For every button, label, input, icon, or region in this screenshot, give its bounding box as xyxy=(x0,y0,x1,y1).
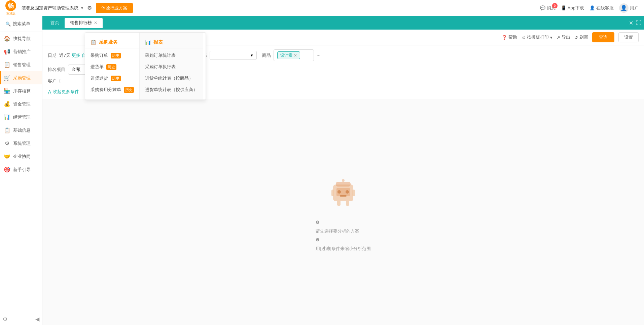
voucher-status-select[interactable]: ▾ xyxy=(210,51,257,60)
message-icon: 💬 xyxy=(540,5,545,10)
system-name: 装餐及固定资产辅助管理系统 xyxy=(22,5,78,11)
purchase-icon: 📋 xyxy=(91,40,96,45)
collapse-label: 收起更多条件 xyxy=(53,89,79,95)
user-btn[interactable]: 👤 用户 xyxy=(619,3,639,13)
gear-icon: ⚙ xyxy=(4,140,10,147)
sidebar-item-enterprise[interactable]: 🤝 企业协同 xyxy=(0,150,42,163)
sidebar-item-label: 基础信息 xyxy=(13,127,31,133)
history-badge: 历史 xyxy=(111,76,121,81)
app-label: App下载 xyxy=(568,5,584,11)
sidebar-item-purchase[interactable]: 🛒 采购管理 xyxy=(0,71,42,84)
online-label: 在线客服 xyxy=(596,5,614,11)
sidebar-item-label: 资金管理 xyxy=(13,101,31,107)
sidebar-item-system[interactable]: ⚙ 系统管理 xyxy=(0,137,42,150)
sidebar-search-btn[interactable]: 🔍 搜索菜单 xyxy=(3,19,39,29)
item-label: 进货单统计表（按供应商） xyxy=(145,87,198,93)
item-label: 采购订单统计表 xyxy=(145,52,176,58)
purchase-col-header: 📋 采购业务 xyxy=(85,37,139,48)
sidebar-item-inventory[interactable]: 🏪 库存核算 xyxy=(0,84,42,97)
dropdown-item-order-exec[interactable]: 采购订单执行表 xyxy=(140,61,203,73)
goods-label: 商品 xyxy=(262,52,271,58)
purchase-col-title: 采购业务 xyxy=(99,39,118,45)
user-label: 用户 xyxy=(630,5,639,11)
tab-close-btn[interactable]: ✕ xyxy=(94,21,97,25)
export-btn[interactable]: ↗ 导出 xyxy=(557,34,570,40)
history-badge: 历史 xyxy=(124,87,134,93)
item-label: 进货退货 xyxy=(91,75,108,81)
sidebar-item-basic[interactable]: 📋 基础信息 xyxy=(0,124,42,137)
store-icon: 🏪 xyxy=(4,88,10,94)
refresh-label: 刷新 xyxy=(579,34,588,40)
item-label: 进货单统计表（按商品） xyxy=(145,75,193,81)
refresh-btn[interactable]: ↺ 刷新 xyxy=(574,34,588,40)
sidebar-item-label: 销售管理 xyxy=(13,62,31,68)
report-icon: 📊 xyxy=(145,40,151,45)
message-btn[interactable]: 💬 消息 5 xyxy=(540,5,556,11)
refresh-icon: ↺ xyxy=(574,35,578,40)
goods-select[interactable]: 设计素 ✕ xyxy=(274,49,314,61)
purchase-dropdown-menu: 📋 采购业务 采购订单 历史 进货单 历史 进货退货 历史 xyxy=(85,32,206,100)
item-label: 采购订单 xyxy=(91,52,108,58)
dropdown-item-inbound-by-supplier[interactable]: 进货单统计表（按供应商） xyxy=(140,84,203,95)
history-badge: 历史 xyxy=(106,64,116,70)
search-icon: 🔍 xyxy=(5,22,11,27)
app-download-btn[interactable]: 📱 App下载 xyxy=(561,5,584,11)
chart-icon: 📊 xyxy=(4,114,10,120)
sidebar-collapse-btn[interactable]: ◀ xyxy=(35,316,39,322)
sidebar-item-quicknav[interactable]: 🏠 快捷导航 xyxy=(0,32,42,45)
app-wrapper: 畅 标准版 装餐及固定资产辅助管理系统 ▾ ⚙ 体验行业方案 💬 消息 5 📱 … xyxy=(0,0,644,325)
query-btn[interactable]: 查询 xyxy=(592,32,614,42)
print-btn[interactable]: 🖨 按模板打印 ▾ xyxy=(521,34,552,40)
purchase-col: 📋 采购业务 采购订单 历史 进货单 历史 进货退货 历史 xyxy=(85,33,139,99)
tab-close-icon[interactable]: ✕ xyxy=(629,20,633,26)
sidebar-item-sales[interactable]: 📋 销售管理 xyxy=(0,58,42,71)
dropdown-item-order-stat[interactable]: 采购订单统计表 xyxy=(140,50,203,61)
tab-sales-rank-label: 销售排行榜 xyxy=(70,20,92,26)
goods-tag-close[interactable]: ✕ xyxy=(294,53,297,58)
empty-tip2: ❷ 用[过滤]条件来缩小分析范围 xyxy=(316,236,370,253)
sidebar-item-label: 企业协同 xyxy=(13,154,31,160)
tab-bar-right: ✕ ⛶ xyxy=(629,20,641,26)
sidebar-item-label: 快捷导航 xyxy=(13,36,31,42)
speaker-icon: 📢 xyxy=(4,48,10,55)
target-icon: 🎯 xyxy=(4,166,10,173)
help-btn[interactable]: ❓ 帮助 xyxy=(502,34,517,40)
sidebar-item-guide[interactable]: 🎯 新手引导 xyxy=(0,163,42,176)
dropdown-item-inbound[interactable]: 进货单 历史 xyxy=(85,61,139,73)
logo-icon: 畅 xyxy=(5,0,16,11)
chevron-down-icon: ▾ xyxy=(251,53,253,58)
more-label[interactable]: 更多 xyxy=(72,52,80,58)
svg-point-3 xyxy=(346,190,349,194)
dropdown-item-cost-split[interactable]: 采购费用分摊单 历史 xyxy=(85,84,139,95)
sidebar-settings-btn[interactable]: ⚙ xyxy=(3,316,7,322)
logo-edition: 标准版 xyxy=(6,11,15,16)
sidebar-search-area: 🔍 搜索菜单 xyxy=(0,16,42,32)
svg-point-2 xyxy=(337,190,341,194)
message-badge: 5 xyxy=(552,3,558,8)
dropdown-item-purchase-order[interactable]: 采购订单 历史 xyxy=(85,50,139,61)
empty-state: ❶ 请先选择要分析的方案 ❷ 用[过滤]条件来缩小分析范围 xyxy=(42,99,644,325)
print-label: 按模板打印 xyxy=(527,34,549,40)
sidebar-item-finance[interactable]: 💰 资金管理 xyxy=(0,97,42,111)
dropdown-item-return[interactable]: 进货退货 历史 xyxy=(85,73,139,84)
online-service-btn[interactable]: 👤 在线客服 xyxy=(589,5,614,11)
tab-sales-rank[interactable]: 销售排行榜 ✕ xyxy=(65,18,103,28)
sidebar-item-operations[interactable]: 📊 经营管理 xyxy=(0,111,42,124)
goods-more-dots[interactable]: ··· xyxy=(317,53,320,58)
sidebar-item-label: 营销推广 xyxy=(13,49,31,55)
tab-expand-icon[interactable]: ⛶ xyxy=(636,20,641,26)
cart-icon: 🛒 xyxy=(4,75,10,81)
filter-settings-btn[interactable]: 设置 xyxy=(618,32,639,42)
svg-rect-8 xyxy=(346,201,349,206)
industry-btn[interactable]: 体验行业方案 xyxy=(96,3,133,13)
report-col-title: 报表 xyxy=(153,39,163,45)
search-label: 搜索菜单 xyxy=(13,21,30,27)
sidebar-item-marketing[interactable]: 📢 营销推广 xyxy=(0,45,42,58)
settings-icon[interactable]: ⚙ xyxy=(87,5,92,11)
system-dropdown-btn[interactable]: ▾ xyxy=(81,6,83,10)
sidebar-item-label: 系统管理 xyxy=(13,140,31,147)
dropdown-item-inbound-by-goods[interactable]: 进货单统计表（按商品） xyxy=(140,73,203,84)
sidebar-item-label: 采购管理 xyxy=(13,75,31,81)
tab-home[interactable]: 首页 xyxy=(45,18,65,28)
collapse-icon: ⋀ xyxy=(48,89,51,94)
